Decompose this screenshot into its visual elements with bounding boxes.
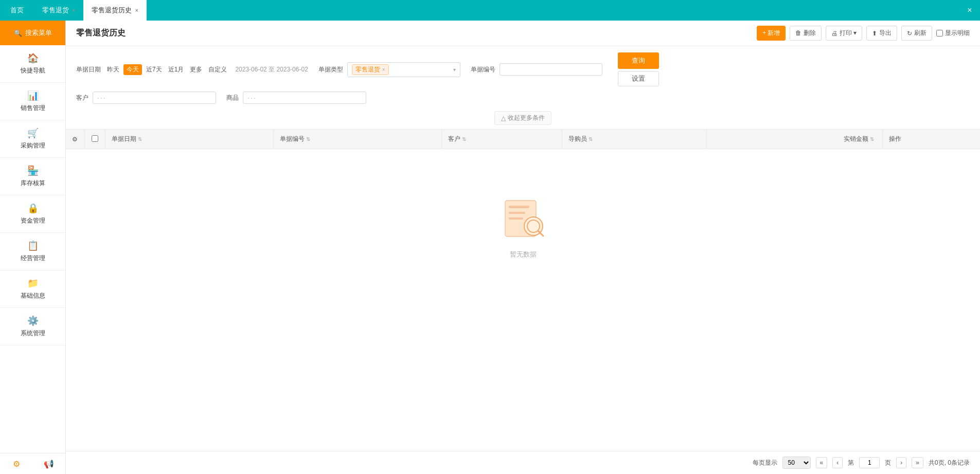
sidebar-settings-button[interactable]: ⚙ — [0, 453, 33, 474]
sort-customer[interactable]: 客户 ⇅ — [448, 135, 556, 143]
tab-retail-return-history[interactable]: 零售退货历史 × — [83, 0, 146, 21]
page-number-input[interactable] — [859, 457, 880, 468]
new-button[interactable]: + 新增 — [757, 26, 786, 41]
empty-text: 暂无数据 — [510, 250, 537, 259]
goods-filter-field: 商品 ··· — [226, 92, 366, 104]
export-button[interactable]: ⬆ 导出 — [866, 26, 897, 41]
refresh-icon: ↻ — [907, 30, 912, 37]
bill-no-label: 单据编号 — [471, 65, 495, 74]
collapse-button[interactable]: △ 收起更多条件 — [494, 111, 551, 125]
bill-type-field: 单据类型 零售退货 × ▾ — [318, 62, 460, 77]
date-filter-field: 单据日期 昨天 今天 近7天 近1月 更多 自定义 2023-06-02 至 2… — [76, 64, 308, 75]
sidebar-item-capital-mgmt[interactable]: 🔒 资金管理 — [0, 195, 65, 233]
sidebar-item-basic-info[interactable]: 📁 基础信息 — [0, 270, 65, 308]
header-actions: + 新增 🗑 删除 🖨 查询 打印 ▾ ⬆ 导出 ↻ 刷新 显示明细 — [757, 26, 970, 41]
empty-state-icon — [497, 190, 549, 242]
search-icon: 🔍 — [14, 29, 22, 37]
date-label: 单据日期 — [76, 65, 101, 74]
bill-type-label: 单据类型 — [318, 65, 343, 74]
print-button[interactable]: 🖨 查询 打印 ▾ — [826, 26, 862, 41]
sort-bill-no[interactable]: 单据编号 ⇅ — [280, 135, 435, 143]
tab-retail-return[interactable]: 零售退货 × — [34, 0, 83, 21]
sales-icon: 📊 — [27, 90, 39, 101]
prev-page-button[interactable]: ‹ — [832, 457, 843, 468]
operation-icon: 📋 — [27, 240, 39, 251]
bill-type-tag-close[interactable]: × — [382, 67, 385, 72]
sort-guide[interactable]: 导购员 ⇅ — [568, 135, 700, 143]
settings-button[interactable]: 设置 — [618, 71, 659, 86]
data-table: ⚙ 单据日期 ⇅ 单据编号 — [66, 130, 980, 300]
content-area: 零售退货历史 + 新增 🗑 删除 🖨 查询 打印 ▾ ⬆ 导出 ↻ 刷新 — [66, 21, 980, 474]
close-retail-return-tab[interactable]: × — [72, 7, 75, 13]
bill-type-select[interactable]: 零售退货 × ▾ — [347, 62, 460, 77]
query-settings-col: 查询 设置 — [618, 52, 659, 86]
print-icon: 🖨 — [831, 30, 838, 37]
next-page-button[interactable]: › — [896, 457, 906, 468]
column-settings-icon[interactable]: ⚙ — [72, 136, 78, 143]
sidebar-item-quick-nav[interactable]: 🏠 快捷导航 — [0, 45, 65, 83]
customer-filter-field: 客户 ··· — [76, 92, 216, 104]
sidebar-item-operation-mgmt[interactable]: 📋 经营管理 — [0, 233, 65, 270]
home-icon: 🏠 — [27, 52, 39, 64]
main-layout: 🔍 搜索菜单 🏠 快捷导航 📊 销售管理 🛒 采购管理 🏪 库存核算 🔒 资金管… — [0, 21, 980, 474]
goods-input[interactable]: ··· — [243, 92, 366, 104]
bill-type-dropdown-arrow: ▾ — [453, 67, 456, 72]
th-checkbox — [84, 130, 105, 149]
customer-label: 客户 — [76, 94, 88, 102]
bill-no-field: 单据编号 — [471, 63, 602, 76]
sidebar-item-inventory[interactable]: 🏪 库存核算 — [0, 158, 65, 195]
data-table-wrap: ⚙ 单据日期 ⇅ 单据编号 — [66, 130, 980, 451]
date-shortcuts: 昨天 今天 近7天 近1月 更多 自定义 — [105, 64, 229, 75]
goods-placeholder: ··· — [247, 94, 257, 102]
th-bill-no: 单据编号 ⇅ — [273, 130, 441, 149]
last1month-shortcut[interactable]: 近1月 — [166, 64, 186, 75]
page-header: 零售退货历史 + 新增 🗑 删除 🖨 查询 打印 ▾ ⬆ 导出 ↻ 刷新 — [66, 21, 980, 46]
refresh-button[interactable]: ↻ 刷新 — [901, 26, 932, 41]
bill-no-input[interactable] — [500, 63, 602, 76]
sidebar-item-sales-mgmt[interactable]: 📊 销售管理 — [0, 83, 65, 120]
customer-input[interactable]: ··· — [93, 92, 216, 104]
query-button[interactable]: 查询 — [618, 52, 659, 69]
svg-rect-1 — [509, 206, 529, 208]
th-settings: ⚙ — [66, 130, 84, 149]
sidebar-item-purchase-mgmt[interactable]: 🛒 采购管理 — [0, 120, 65, 158]
page-label: 第 — [848, 459, 854, 467]
custom-shortcut[interactable]: 自定义 — [206, 64, 229, 75]
capital-icon: 🔒 — [27, 203, 39, 214]
more-shortcut[interactable]: 更多 — [188, 64, 204, 75]
pagination-bar: 每页显示 20 50 100 « ‹ 第 页 › » 共0页, 0条记录 — [66, 451, 980, 474]
display-toggle-checkbox[interactable] — [936, 30, 943, 37]
system-icon: ⚙️ — [27, 315, 39, 326]
filter-row-1: 单据日期 昨天 今天 近7天 近1月 更多 自定义 2023-06-02 至 2… — [76, 52, 970, 86]
per-page-select[interactable]: 20 50 100 — [782, 457, 811, 469]
sidebar-bottom: ⚙ 📢 — [0, 453, 65, 474]
first-page-button[interactable]: « — [816, 457, 828, 468]
select-all-checkbox[interactable] — [92, 135, 98, 142]
basic-info-icon: 📁 — [27, 278, 39, 289]
tab-home[interactable]: 首页 — [0, 0, 34, 21]
yesterday-shortcut[interactable]: 昨天 — [105, 64, 121, 75]
bill-type-tag: 零售退货 × — [352, 64, 389, 75]
filter-row-2: 客户 ··· 商品 ··· — [76, 92, 970, 104]
th-customer: 客户 ⇅ — [442, 130, 562, 149]
empty-state: 暂无数据 — [66, 149, 980, 300]
today-shortcut[interactable]: 今天 — [123, 64, 142, 75]
sort-actual-amount[interactable]: 实销金额 ⇅ — [713, 135, 875, 143]
delete-button[interactable]: 🗑 删除 — [790, 26, 821, 41]
purchase-icon: 🛒 — [27, 127, 39, 139]
window-close-button[interactable]: × — [959, 0, 980, 21]
sidebar: 🔍 搜索菜单 🏠 快捷导航 📊 销售管理 🛒 采购管理 🏪 库存核算 🔒 资金管… — [0, 21, 66, 474]
close-retail-return-history-tab[interactable]: × — [135, 7, 138, 13]
sort-bill-date[interactable]: 单据日期 ⇅ — [112, 135, 267, 143]
last7-shortcut[interactable]: 近7天 — [144, 64, 164, 75]
sort-actual-amount-icon: ⇅ — [870, 136, 874, 142]
empty-state-row: 暂无数据 — [66, 149, 980, 301]
th-actual-amount: 实销金额 ⇅ — [706, 130, 883, 149]
last-page-button[interactable]: » — [912, 457, 923, 468]
sidebar-speaker-button[interactable]: 📢 — [33, 453, 66, 474]
sidebar-item-system-mgmt[interactable]: ⚙️ 系统管理 — [0, 308, 65, 345]
top-nav: 首页 零售退货 × 零售退货历史 × × — [0, 0, 980, 21]
sort-customer-icon: ⇅ — [462, 136, 466, 142]
empty-state-cell: 暂无数据 — [66, 149, 980, 301]
sidebar-search[interactable]: 🔍 搜索菜单 — [0, 21, 65, 45]
